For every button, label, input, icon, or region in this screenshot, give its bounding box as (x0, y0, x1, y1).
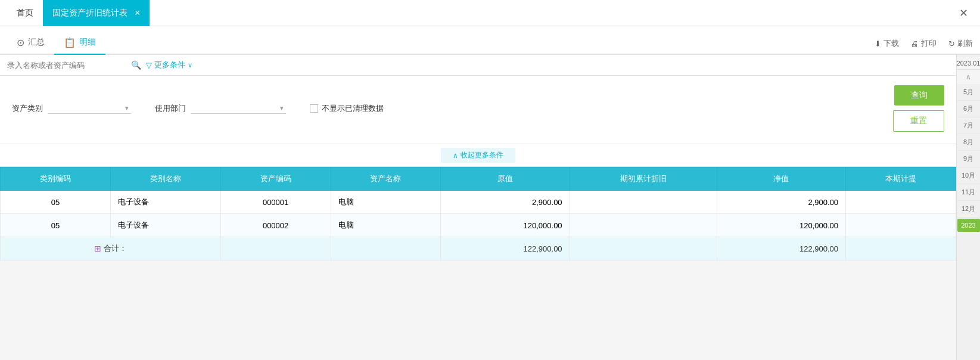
cell-category-code: 05 (1, 214, 111, 237)
search-icon[interactable]: 🔍 (131, 60, 141, 70)
asset-type-select[interactable]: ▾ (48, 103, 131, 114)
filter-icon: ▽ (146, 61, 152, 70)
cell-asset-name: 电脑 (331, 214, 441, 237)
table-row[interactable]: 05 电子设备 000001 电脑 2,900.00 2,900.00 (1, 191, 956, 214)
sidebar-month-12[interactable]: 12月 (957, 201, 981, 218)
data-table: 类别编码 类别名称 资产编码 资产名称 原值 期初累计折旧 净值 本期计提 05… (0, 167, 956, 260)
data-table-wrapper: 类别编码 类别名称 资产编码 资产名称 原值 期初累计折旧 净值 本期计提 05… (0, 167, 956, 360)
sidebar-year-badge[interactable]: 2023 (957, 219, 980, 232)
toolbar-actions: ⬇ 下载 🖨 打印 ↻ 刷新 (875, 38, 973, 54)
filter-buttons: 查询 重置 (893, 85, 944, 132)
cell-net-value: 120,000.00 (717, 214, 845, 237)
asset-type-label: 资产类别 (12, 103, 43, 114)
department-filter: 使用部门 ▾ (155, 103, 286, 114)
search-input[interactable] (7, 61, 126, 70)
cell-original-value: 120,000.00 (441, 214, 570, 237)
filter-row-1: 资产类别 ▾ 使用部门 ▾ 不显示已清理数据 (12, 85, 944, 132)
filter-panel: 资产类别 ▾ 使用部门 ▾ 不显示已清理数据 (0, 76, 956, 144)
search-bar: 🔍 ▽ 更多条件 ∨ (0, 55, 956, 76)
sidebar-month-9[interactable]: 9月 (957, 151, 981, 167)
total-asset-code (220, 237, 331, 260)
cell-accumulated (570, 191, 717, 214)
download-label: 下载 (883, 38, 899, 49)
collapse-up-icon: ∧ (453, 151, 458, 160)
more-conditions-label: 更多条件 (154, 60, 185, 70)
table-header-row: 类别编码 类别名称 资产编码 资产名称 原值 期初累计折旧 净值 本期计提 (1, 167, 956, 191)
total-current (846, 237, 956, 260)
sidebar-scroll-up[interactable]: ∧ (957, 70, 981, 84)
total-icon: ⊞ (94, 244, 101, 253)
col-header-accumulated: 期初累计折旧 (570, 167, 717, 191)
summary-label: 汇总 (28, 37, 45, 48)
top-nav: 首页 固定资产折旧统计表 × ✕ (0, 0, 980, 26)
department-arrow-icon: ▾ (280, 104, 284, 112)
cell-current (846, 214, 956, 237)
cell-asset-code: 000002 (220, 214, 331, 237)
department-label: 使用部门 (155, 103, 186, 114)
right-sidebar: 2023.01 ∧ 5月 6月 7月 8月 9月 10月 11月 12月 202… (956, 55, 980, 360)
home-tab[interactable]: 首页 (7, 8, 43, 18)
total-accumulated (570, 237, 717, 260)
print-button[interactable]: 🖨 打印 (911, 38, 937, 49)
query-button[interactable]: 查询 (894, 85, 944, 105)
chevron-down-icon: ∨ (188, 61, 192, 69)
main-content: 🔍 ▽ 更多条件 ∨ 资产类别 ▾ 使用部门 (0, 55, 980, 360)
asset-type-arrow-icon: ▾ (125, 104, 129, 112)
reset-button[interactable]: 重置 (893, 110, 944, 132)
table-body: 05 电子设备 000001 电脑 2,900.00 2,900.00 05 电… (1, 191, 956, 260)
total-asset-name (331, 237, 441, 260)
hide-cleared-label: 不显示已清理数据 (322, 103, 384, 114)
col-header-net-value: 净值 (717, 167, 845, 191)
sidebar-month-8[interactable]: 8月 (957, 134, 981, 151)
left-panel: 🔍 ▽ 更多条件 ∨ 资产类别 ▾ 使用部门 (0, 55, 956, 360)
sidebar-month-5[interactable]: 5月 (957, 84, 981, 101)
col-header-asset-code: 资产编码 (220, 167, 331, 191)
department-select[interactable]: ▾ (191, 103, 286, 114)
tab-close-icon[interactable]: × (135, 8, 140, 18)
download-icon: ⬇ (875, 39, 881, 48)
total-original-value: 122,900.00 (441, 237, 570, 260)
col-header-original-value: 原值 (441, 167, 570, 191)
col-header-category-code: 类别编码 (1, 167, 111, 191)
collapse-label: 收起更多条件 (461, 150, 503, 160)
collapse-bar: ∧ 收起更多条件 (0, 144, 956, 167)
more-conditions-button[interactable]: ▽ 更多条件 ∨ (146, 60, 192, 70)
window-close-button[interactable]: ✕ (954, 7, 973, 20)
hide-cleared-checkbox[interactable] (310, 104, 318, 113)
download-button[interactable]: ⬇ 下载 (875, 38, 899, 49)
total-row: ⊞ 合计： 122,900.00 122,900.00 (1, 237, 956, 260)
total-net-value: 122,900.00 (717, 237, 845, 260)
tab-summary[interactable]: ⊙ 汇总 (7, 31, 54, 55)
collapse-button[interactable]: ∧ 收起更多条件 (441, 148, 515, 163)
total-label-cell: ⊞ 合计： (1, 237, 221, 260)
cell-accumulated (570, 214, 717, 237)
tab-detail[interactable]: 📋 明细 (54, 31, 105, 55)
sub-tab-bar: ⊙ 汇总 📋 明细 ⬇ 下载 🖨 打印 ↻ 刷新 (0, 26, 980, 55)
col-header-current: 本期计提 (846, 167, 956, 191)
sidebar-month-11[interactable]: 11月 (957, 184, 981, 201)
asset-type-filter: 资产类别 ▾ (12, 103, 131, 114)
home-label: 首页 (17, 8, 33, 17)
refresh-icon: ↻ (948, 39, 955, 48)
sidebar-month-7[interactable]: 7月 (957, 117, 981, 134)
cell-category-code: 05 (1, 191, 111, 214)
active-tab-label: 固定资产折旧统计表 (52, 8, 127, 18)
col-header-asset-name: 资产名称 (331, 167, 441, 191)
col-header-category-name: 类别名称 (110, 167, 220, 191)
cell-asset-name: 电脑 (331, 191, 441, 214)
cell-asset-code: 000001 (220, 191, 331, 214)
detail-label: 明细 (79, 37, 96, 48)
cell-current (846, 191, 956, 214)
cell-net-value: 2,900.00 (717, 191, 845, 214)
sidebar-date[interactable]: 2023.01 (957, 57, 980, 70)
table-row[interactable]: 05 电子设备 000002 电脑 120,000.00 120,000.00 (1, 214, 956, 237)
hide-cleared-checkbox-item: 不显示已清理数据 (310, 103, 384, 114)
sidebar-month-6[interactable]: 6月 (957, 101, 981, 117)
refresh-button[interactable]: ↻ 刷新 (948, 38, 973, 49)
active-tab[interactable]: 固定资产折旧统计表 × (43, 0, 150, 26)
cell-category-name: 电子设备 (110, 214, 220, 237)
sidebar-month-10[interactable]: 10月 (957, 167, 981, 184)
print-label: 打印 (921, 38, 937, 49)
cell-category-name: 电子设备 (110, 191, 220, 214)
cell-original-value: 2,900.00 (441, 191, 570, 214)
